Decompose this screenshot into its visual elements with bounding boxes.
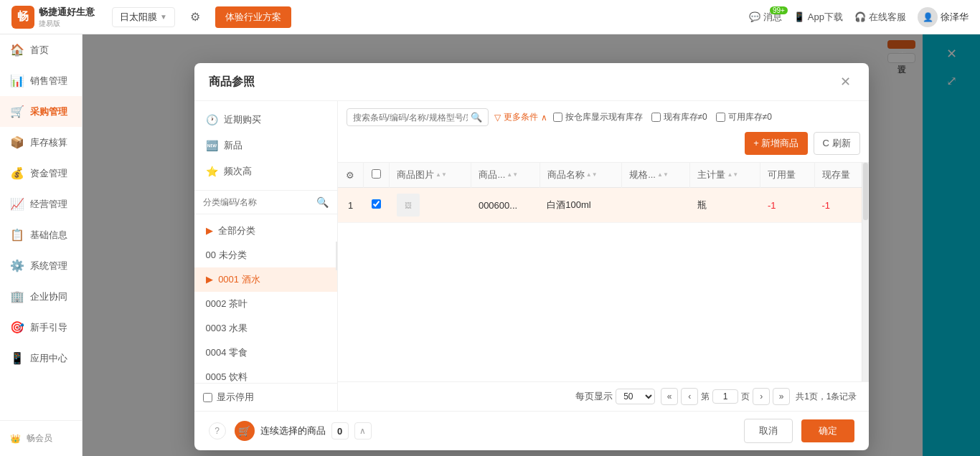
product-table-wrap: ⚙ 商品图片 ▲▼: [338, 163, 869, 381]
first-page-button[interactable]: «: [661, 388, 678, 405]
th-gear[interactable]: ⚙: [338, 163, 364, 188]
sidebar-label-system: 系统管理: [30, 260, 67, 272]
pagination-bar: 每页显示 10 20 50 100 « ‹: [338, 381, 869, 411]
cat-item-0001[interactable]: ▶ 0001 酒水: [194, 267, 337, 292]
left-tab-frequent[interactable]: ⭐ 频次高: [194, 158, 337, 184]
cat-item-0004[interactable]: 0004 零食: [194, 341, 337, 365]
cat-item-all[interactable]: ▶ 全部分类: [194, 219, 337, 243]
sidebar-item-base[interactable]: 📋 基础信息: [0, 219, 82, 250]
scrollbar-thumb: [863, 163, 868, 220]
store-selector[interactable]: 日太阳膜 ▼: [112, 7, 175, 27]
td-row-num: 1: [338, 188, 364, 223]
th-spec-label: 规格...: [629, 168, 656, 181]
warehouse-checkbox[interactable]: [553, 113, 562, 122]
business-icon: 📈: [10, 197, 24, 211]
more-filter-button[interactable]: ▽ 更多条件 ∧: [494, 111, 547, 123]
sidebar-item-apps[interactable]: 📱 应用中心: [0, 343, 82, 374]
filter-icon: ▽: [494, 113, 501, 123]
left-tab-recent[interactable]: 🕐 近期购买: [194, 107, 337, 133]
table-header: ⚙ 商品图片 ▲▼: [338, 163, 869, 188]
left-tab-new[interactable]: 🆕 新品: [194, 133, 337, 158]
sidebar-item-system[interactable]: ⚙️ 系统管理: [0, 250, 82, 281]
gear-th-icon[interactable]: ⚙: [346, 170, 354, 181]
available-neq0-checkbox[interactable]: [716, 113, 725, 122]
show-disabled-checkbox[interactable]: [203, 393, 212, 402]
trial-button[interactable]: 体验行业方案: [215, 6, 291, 28]
last-page-button[interactable]: »: [773, 388, 790, 405]
content-area: ✕ ⤢ 查询 设置 商品参照 ✕: [83, 34, 980, 456]
th-available-label: 可用量: [768, 169, 796, 180]
confirm-button[interactable]: 确定: [801, 419, 854, 442]
mobile-icon: 📱: [793, 11, 805, 22]
message-badge: 99+: [770, 6, 788, 14]
category-search-input[interactable]: [203, 197, 312, 207]
th-spec: 规格... ▲▼: [622, 163, 690, 188]
stock-neq0-label: 现有库存≠0: [664, 111, 707, 123]
online-service-nav-item[interactable]: 🎧 在线客服: [854, 11, 906, 24]
sidebar-item-business[interactable]: 📈 经营管理: [0, 189, 82, 219]
footer-collapse-button[interactable]: ∧: [354, 422, 372, 440]
filter-stock-neq0-check[interactable]: 现有库存≠0: [651, 111, 707, 123]
table-row[interactable]: 1 🖼: [338, 188, 869, 223]
avatar: 👤: [918, 7, 938, 27]
filter-available-neq0-check[interactable]: 可用库存≠0: [716, 111, 772, 123]
sidebar-item-enterprise[interactable]: 🏢 企业协同: [0, 281, 82, 312]
prev-page-button[interactable]: ‹: [681, 388, 698, 405]
cat-item-0003[interactable]: 0003 水果: [194, 316, 337, 341]
th-name-label: 商品名称: [547, 168, 585, 181]
sidebar-item-finance[interactable]: 💰 资金管理: [0, 158, 82, 189]
cat-label-0003: 0003 水果: [206, 323, 248, 333]
show-disabled-label[interactable]: 显示停用: [217, 391, 254, 404]
settings-icon[interactable]: ⚙: [184, 6, 207, 29]
refresh-button[interactable]: C 刷新: [814, 132, 860, 155]
select-all-checkbox[interactable]: [372, 169, 381, 179]
sidebar-label-base: 基础信息: [30, 229, 67, 242]
sidebar-item-home[interactable]: 🏠 首页: [0, 34, 82, 65]
page-number-input[interactable]: [712, 389, 738, 404]
app-download-nav-item[interactable]: 📱 App下载: [793, 11, 843, 24]
messages-nav-item[interactable]: 💬 消息 99+: [749, 11, 782, 24]
cat-label-00: 00 未分类: [206, 250, 247, 260]
scrollbar-track: [862, 163, 869, 381]
td-img: 🖼: [390, 188, 471, 223]
finance-icon: 💰: [10, 166, 24, 180]
inventory-icon: 📦: [10, 136, 24, 149]
sidebar-bottom: 👑 畅会员: [0, 420, 82, 456]
cat-item-0005[interactable]: 0005 饮料: [194, 365, 337, 383]
page-nav: « ‹ 第 页 › » 共1页，1条记录: [661, 388, 857, 405]
sidebar-item-sales[interactable]: 📊 销售管理: [0, 65, 82, 96]
cancel-button[interactable]: 取消: [744, 419, 793, 443]
sidebar-label-home: 首页: [30, 44, 49, 57]
left-tabs: 🕐 近期购买 🆕 新品 ⭐ 频次高: [194, 101, 337, 191]
cat-item-0002[interactable]: 0002 茶叶: [194, 292, 337, 316]
cat-label-all: 全部分类: [218, 225, 255, 236]
cat-0001-arrow-icon: ▶: [206, 274, 213, 285]
page-size-select[interactable]: 10 20 50 100: [616, 389, 655, 404]
cart-count: 0: [331, 422, 349, 440]
product-search-icon[interactable]: 🔍: [471, 112, 482, 123]
cart-icon[interactable]: 🛒: [235, 421, 255, 441]
stock-neq0-checkbox[interactable]: [651, 113, 661, 122]
cat-item-00[interactable]: 00 未分类: [194, 243, 337, 267]
row-checkbox[interactable]: [372, 199, 381, 209]
sidebar-item-member[interactable]: 👑 畅会员: [0, 427, 82, 450]
category-search: 🔍: [194, 191, 337, 214]
filter-warehouse-check[interactable]: 按仓库显示现有库存: [553, 111, 643, 123]
th-unit: 主计量 ▲▼: [690, 163, 760, 188]
left-tab-new-label: 新品: [224, 139, 242, 152]
overlay: 商品参照 ✕ 🕐 近期购买 🆕: [83, 34, 980, 456]
td-check[interactable]: [364, 188, 390, 223]
recent-icon: 🕐: [206, 114, 218, 125]
pagination-summary: 共1页，1条记录: [796, 391, 857, 403]
next-page-button[interactable]: ›: [753, 388, 770, 405]
category-search-icon[interactable]: 🔍: [316, 196, 329, 208]
sidebar-item-purchase[interactable]: 🛒 采购管理: [0, 96, 82, 127]
sidebar-item-inventory[interactable]: 📦 库存核算: [0, 127, 82, 158]
sidebar-item-newbie[interactable]: 🎯 新手引导: [0, 312, 82, 343]
dialog-close-button[interactable]: ✕: [837, 73, 854, 90]
help-icon[interactable]: ?: [209, 422, 226, 440]
product-search-input[interactable]: [353, 113, 468, 123]
home-icon: 🏠: [10, 43, 24, 57]
add-product-button[interactable]: + 新增商品: [745, 132, 807, 155]
user-avatar-area[interactable]: 👤 徐泽华: [918, 7, 969, 27]
